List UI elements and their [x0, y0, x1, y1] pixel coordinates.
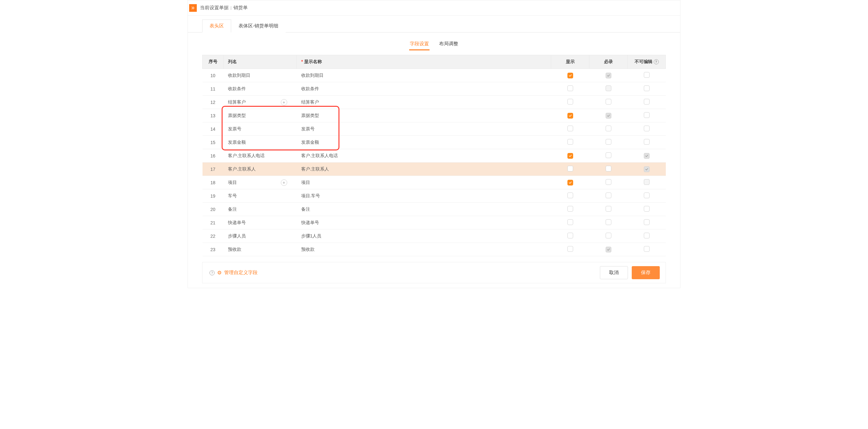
table-row[interactable]: 17客户.主联系人客户.主联系人: [203, 163, 666, 176]
cell-display-name[interactable]: 客户.主联系人电话: [297, 149, 551, 163]
tab-header-area[interactable]: 表头区: [202, 20, 231, 32]
cell-display-name[interactable]: 步骤1人员: [297, 229, 551, 243]
locked-checkbox[interactable]: [644, 112, 650, 118]
table-row[interactable]: 18项目+项目: [203, 176, 666, 189]
cell-name: 结算客户+: [223, 96, 297, 109]
show-checkbox[interactable]: [567, 246, 573, 252]
table-row[interactable]: 13票据类型票据类型: [203, 109, 666, 122]
col-show-header: 显示: [551, 55, 589, 69]
show-checkbox[interactable]: [567, 219, 573, 225]
locked-checkbox[interactable]: [644, 85, 650, 91]
cell-required: [589, 149, 628, 163]
cell-display-name[interactable]: 项目.车号: [297, 189, 551, 203]
field-table-wrapper: 序号 列名 *显示名称 显示 必录 不可编辑? 10收款到期日收款到期日11收款…: [202, 55, 666, 256]
required-checkbox[interactable]: [606, 166, 611, 171]
required-checkbox[interactable]: [606, 139, 611, 145]
table-row[interactable]: 10收款到期日收款到期日: [203, 69, 666, 82]
cell-display-name[interactable]: 票据类型: [297, 109, 551, 122]
table-row[interactable]: 15发票金额发票金额: [203, 136, 666, 149]
show-checkbox[interactable]: [567, 180, 573, 185]
table-row[interactable]: 20备注备注: [203, 203, 666, 216]
show-checkbox[interactable]: [567, 113, 573, 119]
cell-required: [589, 216, 628, 229]
table-row[interactable]: 16客户.主联系人电话客户.主联系人电话: [203, 149, 666, 163]
gear-icon: ⚙: [217, 269, 222, 276]
field-name-label: 票据类型: [228, 113, 246, 119]
cell-display-name[interactable]: 备注: [297, 203, 551, 216]
table-row[interactable]: 11收款条件收款条件: [203, 82, 666, 96]
show-checkbox[interactable]: [567, 73, 573, 78]
cell-locked: [628, 216, 666, 229]
table-row[interactable]: 12结算客户+结算客户: [203, 96, 666, 109]
locked-checkbox[interactable]: [644, 139, 650, 145]
required-checkbox[interactable]: [606, 179, 611, 185]
cell-display-name[interactable]: 快递单号: [297, 216, 551, 229]
locked-checkbox[interactable]: [644, 125, 650, 131]
show-checkbox[interactable]: [567, 193, 573, 198]
help-icon[interactable]: ?: [654, 59, 659, 64]
cell-required: [589, 69, 628, 82]
help-icon[interactable]: ?: [210, 270, 215, 275]
cell-seq: 16: [203, 149, 223, 163]
table-row[interactable]: 22步骤人员步骤1人员: [203, 229, 666, 243]
show-checkbox[interactable]: [567, 139, 573, 145]
cell-name: 票据类型: [223, 109, 297, 122]
cell-show: [551, 136, 589, 149]
required-checkbox[interactable]: [606, 233, 611, 238]
col-seq-header: 序号: [203, 55, 223, 69]
col-name-header: 列名: [223, 55, 297, 69]
tab-field-settings[interactable]: 字段设置: [409, 38, 430, 50]
table-row[interactable]: 21快递单号快递单号: [203, 216, 666, 229]
field-name-label: 客户.主联系人: [228, 166, 256, 172]
required-checkbox[interactable]: [606, 99, 611, 105]
locked-checkbox[interactable]: [644, 219, 650, 225]
field-name-label: 结算客户: [228, 99, 246, 105]
locked-checkbox[interactable]: [644, 233, 650, 238]
chevron-right-double-icon: [191, 6, 195, 10]
cell-locked: [628, 96, 666, 109]
required-checkbox[interactable]: [606, 125, 611, 131]
table-row[interactable]: 23预收款预收款: [203, 243, 666, 256]
header-bar: 当前设置单据：销货单: [188, 0, 680, 16]
show-checkbox[interactable]: [567, 125, 573, 131]
locked-checkbox[interactable]: [644, 206, 650, 211]
field-name-label: 收款到期日: [228, 73, 250, 78]
expand-panel-button[interactable]: [189, 4, 197, 12]
save-button[interactable]: 保存: [632, 266, 660, 279]
locked-checkbox[interactable]: [644, 193, 650, 198]
show-checkbox[interactable]: [567, 99, 573, 105]
required-checkbox[interactable]: [606, 193, 611, 198]
add-icon[interactable]: +: [281, 99, 287, 106]
cell-display-name[interactable]: 客户.主联系人: [297, 163, 551, 176]
cell-display-name[interactable]: 发票号: [297, 122, 551, 136]
cancel-button[interactable]: 取消: [600, 266, 628, 279]
required-checkbox[interactable]: [606, 152, 611, 158]
cell-display-name[interactable]: 发票金额: [297, 136, 551, 149]
locked-checkbox[interactable]: [644, 99, 650, 105]
cell-name: 快递单号: [223, 216, 297, 229]
table-row[interactable]: 14发票号发票号: [203, 122, 666, 136]
add-icon[interactable]: +: [281, 179, 287, 186]
show-checkbox[interactable]: [567, 206, 573, 211]
required-checkbox[interactable]: [606, 206, 611, 211]
cell-display-name[interactable]: 收款到期日: [297, 69, 551, 82]
tab-layout-adjust[interactable]: 布局调整: [438, 38, 459, 50]
locked-checkbox[interactable]: [644, 72, 650, 78]
show-checkbox[interactable]: [567, 85, 573, 91]
cell-display-name[interactable]: 收款条件: [297, 82, 551, 96]
cell-required: [589, 243, 628, 256]
locked-checkbox[interactable]: [644, 246, 650, 252]
cell-display-name[interactable]: 项目: [297, 176, 551, 189]
show-checkbox[interactable]: [567, 153, 573, 159]
table-row[interactable]: 19车号项目.车号: [203, 189, 666, 203]
show-checkbox[interactable]: [567, 233, 573, 238]
tab-body-area[interactable]: 表体区-销货单明细: [231, 20, 286, 32]
show-checkbox[interactable]: [567, 166, 573, 171]
footer-left: ? ⚙ 管理自定义字段: [208, 269, 257, 276]
cell-seq: 11: [203, 82, 223, 96]
cell-display-name[interactable]: 预收款: [297, 243, 551, 256]
required-checkbox[interactable]: [606, 219, 611, 225]
manage-custom-fields-link[interactable]: 管理自定义字段: [224, 269, 257, 276]
cell-display-name[interactable]: 结算客户: [297, 96, 551, 109]
col-display-header: *显示名称: [297, 55, 551, 69]
